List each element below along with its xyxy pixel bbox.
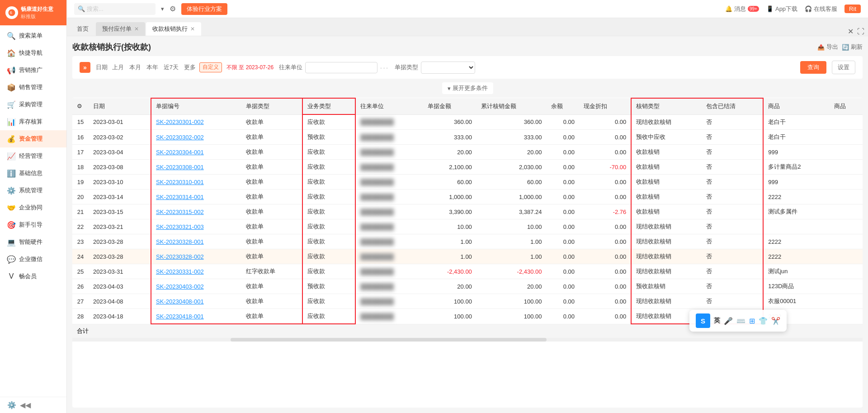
cell-amount: 20.00 <box>423 279 476 294</box>
cell-balance: 0.00 <box>547 145 580 160</box>
date-custom-button[interactable]: 自定义 <box>199 62 222 72</box>
sidebar-item-search[interactable]: 🔍 搜索菜单 <box>0 27 66 44</box>
col-biz-type[interactable]: 业务类型 <box>302 98 355 114</box>
doc-no-link[interactable]: SK-20230310-001 <box>156 179 204 185</box>
settings-footer-icon[interactable]: ⚙️ <box>7 401 16 409</box>
sidebar-item-purchase[interactable]: 🛒 采购管理 <box>0 96 66 113</box>
home-icon: 🏠 <box>7 49 15 57</box>
voucher-type-select[interactable] <box>421 62 475 74</box>
col-include-settled[interactable]: 包含已结清 <box>702 98 763 114</box>
topbar-search-box[interactable]: 🔍 搜索... <box>74 3 156 15</box>
col-counterparty[interactable]: 往来单位 <box>355 98 423 114</box>
col-doc-type[interactable]: 单据类型 <box>241 98 303 114</box>
sidebar-item-system[interactable]: ⚙️ 系统管理 <box>0 182 66 199</box>
expand-filter-button[interactable]: ▾ 展开更多条件 <box>442 82 493 94</box>
sidebar-item-wechat[interactable]: 💬 企业微信 <box>0 251 66 268</box>
messages-button[interactable]: 🔔 消息 99+ <box>725 5 759 13</box>
sidebar-item-corp[interactable]: 🤝 企业协同 <box>0 199 66 216</box>
sidebar-item-quicknav[interactable]: 🏠 快捷导航 <box>0 44 66 62</box>
doc-no-link[interactable]: SK-20230403-002 <box>156 283 204 290</box>
cell-goods: 老白干 <box>763 114 830 130</box>
sidebar-item-basic[interactable]: ℹ️ 基础信息 <box>0 165 66 182</box>
col-cash-discount[interactable]: 现金折扣 <box>579 98 631 114</box>
user-avatar[interactable]: Rit <box>844 5 861 13</box>
watermark-mic-icon[interactable]: 🎤 <box>724 317 733 325</box>
settings-button[interactable]: 设置 <box>832 61 855 74</box>
doc-no-link[interactable]: SK-20230328-001 <box>156 238 204 245</box>
topbar-gear-icon[interactable]: ⚙ <box>170 5 176 13</box>
tab-home[interactable]: 首页 <box>71 22 95 36</box>
cell-cancel-type: 收款核销 <box>631 190 702 204</box>
col-total-cancel[interactable]: 累计核销金额 <box>476 98 547 114</box>
doc-no-link[interactable]: SK-20230314-001 <box>156 194 204 200</box>
cell-cancel-type: 现结收款核销 <box>631 219 702 234</box>
watermark-scissors-icon[interactable]: ✂️ <box>771 317 780 325</box>
doc-no-link[interactable]: SK-20230321-003 <box>156 223 204 230</box>
col-doc-no[interactable]: 单据编号 <box>151 98 241 114</box>
watermark-grid-icon[interactable]: ⊞ <box>749 317 755 325</box>
cell-goods2 <box>830 279 863 294</box>
date-opt-7days[interactable]: 近7天 <box>162 62 180 72</box>
date-options: 上月 本月 本年 近7天 更多 自定义 <box>110 62 222 72</box>
date-opt-this-month[interactable]: 本月 <box>127 62 143 72</box>
doc-no-link[interactable]: SK-20230302-002 <box>156 134 204 141</box>
col-gear[interactable]: ⚙ <box>72 98 89 114</box>
collapse-icon[interactable]: ◀◀ <box>20 401 31 409</box>
cell-balance: 0.00 <box>547 160 580 175</box>
cell-amount: 10.00 <box>423 219 476 234</box>
table-row: 19 2023-03-10 SK-20230310-001 收款单 应收款 ██… <box>72 175 863 190</box>
doc-no-link[interactable]: SK-20230328-002 <box>156 253 204 260</box>
date-opt-this-year[interactable]: 本年 <box>145 62 160 72</box>
sidebar-item-operations[interactable]: 📈 经营管理 <box>0 147 66 165</box>
cell-total-cancel: 360.00 <box>476 114 547 130</box>
cell-goods: 老白干 <box>763 130 830 145</box>
scrollbar-thumb[interactable] <box>231 338 547 342</box>
cell-cash-discount: 0.00 <box>579 219 631 234</box>
sidebar-item-finance[interactable]: 💰 资金管理 <box>0 130 66 147</box>
sidebar-item-hardware[interactable]: 💻 智能硬件 <box>0 233 66 251</box>
sidebar-item-marketing[interactable]: 📢 营销推广 <box>0 62 66 79</box>
col-balance[interactable]: 余额 <box>547 98 580 114</box>
tab-prepay-close[interactable]: ✕ <box>134 26 139 32</box>
refresh-button[interactable]: 🔄 刷新 <box>842 43 863 51</box>
doc-no-link[interactable]: SK-20230315-002 <box>156 209 204 215</box>
date-opt-more[interactable]: 更多 <box>182 62 198 72</box>
filter-toggle-button[interactable]: » <box>80 62 90 73</box>
more-dots[interactable]: ··· <box>380 64 389 71</box>
messages-badge: 99+ <box>748 6 759 12</box>
horizontal-scrollbar[interactable] <box>72 338 863 342</box>
doc-no-link[interactable]: SK-20230304-001 <box>156 149 204 156</box>
cell-include-settled: 否 <box>702 219 763 234</box>
cell-goods2 <box>830 130 863 145</box>
counterparty-input[interactable] <box>305 62 377 73</box>
doc-no-link[interactable]: SK-20230418-001 <box>156 313 204 320</box>
topbar-dropdown[interactable]: ▾ <box>161 5 164 12</box>
sidebar-item-guide[interactable]: 🎯 新手引导 <box>0 216 66 233</box>
online-service-button[interactable]: 🎧 在线客服 <box>805 5 837 13</box>
close-all-tabs-button[interactable]: ✕ <box>848 27 854 36</box>
query-button[interactable]: 查询 <box>800 61 826 74</box>
tab-prepay[interactable]: 预付应付单 ✕ <box>96 22 145 36</box>
sidebar-item-inventory[interactable]: 📊 库存核算 <box>0 113 66 130</box>
tab-collection[interactable]: 收款核销执行 ✕ <box>146 22 201 36</box>
solution-button[interactable]: 体验行业方案 <box>181 3 227 15</box>
date-opt-last-month[interactable]: 上月 <box>110 62 126 72</box>
app-download-button[interactable]: 📱 App下载 <box>766 5 797 13</box>
col-amount[interactable]: 单据金额 <box>423 98 476 114</box>
watermark-keyboard-icon[interactable]: ⌨️ <box>736 317 745 325</box>
cell-date: 2023-04-08 <box>89 294 151 309</box>
col-date[interactable]: 日期 <box>89 98 151 114</box>
doc-no-link[interactable]: SK-20230301-002 <box>156 119 204 125</box>
tab-collection-close[interactable]: ✕ <box>190 26 195 32</box>
export-button[interactable]: 📤 导出 <box>817 43 838 51</box>
doc-no-link[interactable]: SK-20230408-001 <box>156 298 204 305</box>
col-goods[interactable]: 商品 <box>763 98 830 114</box>
col-goods2[interactable]: 商品 <box>830 98 863 114</box>
doc-no-link[interactable]: SK-20230331-002 <box>156 268 204 275</box>
maximize-button[interactable]: ⛶ <box>857 28 864 36</box>
sidebar-item-member[interactable]: V 畅会员 <box>0 268 66 285</box>
watermark-shirt-icon[interactable]: 👕 <box>759 317 768 325</box>
col-cancel-type[interactable]: 核销类型 <box>631 98 702 114</box>
doc-no-link[interactable]: SK-20230308-001 <box>156 164 204 171</box>
sidebar-item-sales[interactable]: 📦 销售管理 <box>0 79 66 96</box>
